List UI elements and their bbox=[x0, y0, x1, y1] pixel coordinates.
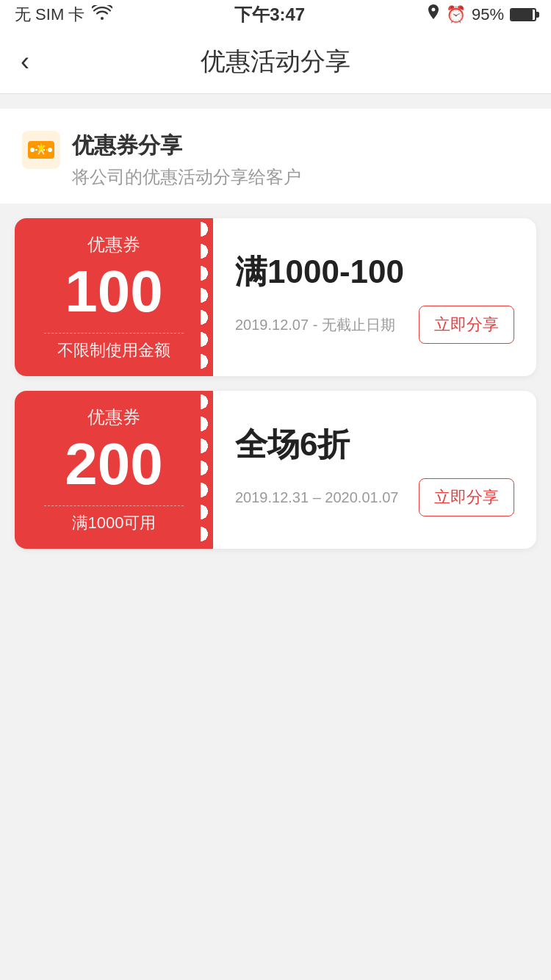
coupon-name-1: 满1000-100 bbox=[235, 251, 514, 294]
coupon-date-2: 2019.12.31 – 2020.01.07 bbox=[235, 489, 410, 506]
section-text: 优惠券分享 将公司的优惠活动分享给客户 bbox=[72, 131, 301, 189]
coupon-label-2: 优惠券 bbox=[87, 406, 140, 429]
coupon-condition-2: 满1000可用 bbox=[72, 512, 156, 534]
coupon-divider-1 bbox=[44, 333, 184, 334]
coupon-right-2: 全场6折 2019.12.31 – 2020.01.07 立即分享 bbox=[213, 391, 536, 549]
status-time: 下午3:47 bbox=[234, 3, 305, 26]
alarm-icon: ⏰ bbox=[446, 5, 466, 24]
status-bar: 无 SIM 卡 下午3:47 ⏰ 95% bbox=[0, 0, 551, 29]
coupon-divider-2 bbox=[44, 505, 184, 506]
battery-icon bbox=[510, 8, 536, 21]
battery-percent: 95% bbox=[472, 5, 504, 24]
coupon-bottom-2: 2019.12.31 – 2020.01.07 立即分享 bbox=[235, 478, 514, 516]
coupon-left-2: 优惠券 200 满1000可用 bbox=[15, 391, 213, 549]
status-right: ⏰ 95% bbox=[427, 4, 536, 25]
carrier-text: 无 SIM 卡 bbox=[15, 4, 84, 26]
coupon-card-1: 优惠券 100 不限制使用金额 满1000-100 2019.12.07 - 无… bbox=[15, 218, 536, 376]
share-button-1[interactable]: 立即分享 bbox=[419, 306, 514, 344]
coupon-amount-2: 200 bbox=[65, 435, 162, 494]
coupon-condition-1: 不限制使用金额 bbox=[57, 339, 170, 361]
coupon-right-1: 满1000-100 2019.12.07 - 无截止日期 立即分享 bbox=[213, 218, 536, 376]
coupon-left-1: 优惠券 100 不限制使用金额 bbox=[15, 218, 213, 376]
page-title: 优惠活动分享 bbox=[201, 45, 350, 79]
section-header: 优惠券分享 将公司的优惠活动分享给客户 bbox=[0, 109, 551, 203]
section-subtitle: 将公司的优惠活动分享给客户 bbox=[72, 165, 301, 189]
section-title: 优惠券分享 bbox=[72, 131, 301, 161]
coupon-amount-1: 100 bbox=[65, 262, 162, 321]
coupon-section-icon bbox=[22, 131, 60, 169]
coupon-card-2: 优惠券 200 满1000可用 全场6折 2019.12.31 – 2020.0… bbox=[15, 391, 536, 549]
svg-point-3 bbox=[48, 148, 52, 152]
svg-point-2 bbox=[30, 148, 35, 152]
nav-bar: ‹ 优惠活动分享 bbox=[0, 29, 551, 94]
coupon-bottom-1: 2019.12.07 - 无截止日期 立即分享 bbox=[235, 306, 514, 344]
share-button-2[interactable]: 立即分享 bbox=[419, 478, 514, 516]
coupon-name-2: 全场6折 bbox=[235, 423, 514, 466]
back-button[interactable]: ‹ bbox=[21, 48, 29, 75]
coupon-label-1: 优惠券 bbox=[87, 233, 140, 256]
wifi-icon bbox=[92, 5, 112, 24]
location-icon bbox=[427, 4, 440, 25]
coupon-date-1: 2019.12.07 - 无截止日期 bbox=[235, 315, 410, 335]
coupon-list: 优惠券 100 不限制使用金额 满1000-100 2019.12.07 - 无… bbox=[0, 218, 551, 549]
status-left: 无 SIM 卡 bbox=[15, 4, 112, 26]
battery-fill bbox=[511, 10, 533, 20]
empty-area bbox=[0, 549, 551, 916]
